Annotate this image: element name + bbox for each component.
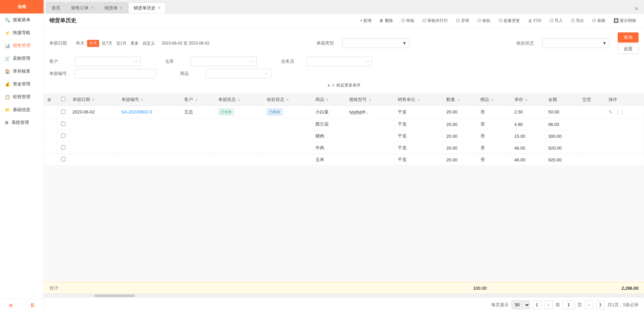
row-checkbox-2[interactable] — [61, 133, 65, 138]
col-goods[interactable]: 商品 ⇅ — [312, 94, 346, 106]
col-doc-status[interactable]: 单据状态 ⇅ — [215, 94, 263, 106]
customer-input[interactable] — [78, 57, 132, 66]
tab-sales-order[interactable]: 销售订单 ✕ — [66, 2, 99, 13]
col-transaction[interactable]: 交货 — [579, 94, 605, 106]
cell-customer-1 — [181, 119, 215, 130]
filter-settings-button[interactable]: 设置 — [618, 44, 639, 54]
cell-checkbox-4[interactable] — [57, 154, 69, 166]
col-checkbox[interactable] — [57, 94, 69, 106]
goods-dots[interactable]: ··· — [264, 71, 269, 77]
cell-checkbox-1[interactable] — [57, 119, 69, 130]
print-button[interactable]: 🖨 打印 — [525, 17, 544, 25]
more-icon[interactable]: ⋮⋮ — [615, 109, 625, 115]
doc-number-input[interactable] — [75, 69, 156, 78]
sidebar-item-sales-mgmt[interactable]: 📊 销售管理 — [0, 39, 44, 52]
export-button[interactable]: ◎ 导出 — [568, 17, 587, 25]
col-unit[interactable]: 销售单位 ⇅ — [394, 94, 443, 106]
cell-customer-2 — [181, 130, 215, 142]
shortcut-1month[interactable]: 近1月 — [115, 40, 128, 47]
sidebar-bottom-btn-right[interactable]: ⏸ — [29, 302, 35, 309]
batch-change-button[interactable]: ◎ 批量变更 — [496, 17, 523, 25]
review-button[interactable]: ◎ 审核 — [398, 17, 417, 25]
col-doc-number[interactable]: 单据编号 ⇅ — [118, 94, 180, 106]
row-checkbox-4[interactable] — [61, 157, 65, 161]
tab-sales-history-close[interactable]: ✕ — [158, 6, 161, 10]
refresh-button[interactable]: ◎ 刷新 — [589, 17, 608, 25]
shortcut-custom[interactable]: 自定义 — [141, 40, 156, 47]
collect-status-select[interactable]: ▼ — [542, 38, 610, 48]
collect-button[interactable]: ◎ 收款 — [475, 17, 493, 25]
horizontal-scrollbar[interactable] — [44, 294, 644, 297]
tab-sales-history[interactable]: 销货单历史 ✕ — [129, 2, 166, 13]
col-doc-date[interactable]: 单据日期 ⇅ — [69, 94, 118, 106]
sidebar-item-finance[interactable]: 💰 资金管理 — [0, 78, 44, 90]
tab-sales-goods-close[interactable]: ✕ — [120, 6, 123, 10]
salesperson-input[interactable] — [310, 57, 364, 66]
shortcut-7days[interactable]: 近7天 — [101, 40, 114, 47]
sidebar-label-basic-info: 基础信息 — [13, 107, 30, 113]
tab-home[interactable]: 首页 — [47, 2, 65, 13]
shortcut-yesterday[interactable]: 昨天 — [75, 40, 86, 47]
shortcut-more[interactable]: 更多 — [129, 40, 140, 47]
col-quantity[interactable]: 数量 ⇅ — [443, 94, 477, 106]
add-button[interactable]: + 新增 — [357, 17, 374, 25]
tab-sales-goods[interactable]: 销货单 ✕ — [100, 2, 128, 13]
cell-doc-number-3[interactable] — [118, 142, 180, 154]
close-window-btn[interactable]: ✕ — [634, 5, 639, 12]
warehouse-input[interactable] — [194, 57, 248, 66]
collapse-filter-btn[interactable]: ∧ ∧ 收起更多条件 — [49, 81, 639, 89]
col-settings[interactable]: ⚙ — [44, 94, 57, 106]
salesperson-dots[interactable]: ··· — [365, 58, 369, 64]
goods-input[interactable] — [209, 69, 263, 78]
sidebar-item-search-menu[interactable]: 🔍 搜索菜单 — [0, 14, 44, 26]
sidebar-item-system[interactable]: ⚙ 系统管理 — [0, 116, 44, 129]
cell-doc-number-0[interactable]: SA-20230602-0 — [118, 106, 180, 119]
cell-actions-1 — [605, 119, 644, 130]
review-print-button[interactable]: ◎ 审核并打印 — [420, 17, 450, 25]
sidebar-item-purchase-mgmt[interactable]: 🛒 采购管理 — [0, 52, 44, 65]
next-page-btn[interactable]: › — [585, 301, 593, 309]
sidebar-bottom-btn-left[interactable]: ☀ — [8, 302, 13, 309]
col-actions: 操作 — [605, 94, 644, 106]
col-gift[interactable]: 赠品 ⇅ — [477, 94, 511, 106]
cell-customer-3 — [181, 142, 215, 154]
row-checkbox-3[interactable] — [61, 145, 65, 150]
warehouse-dots[interactable]: ··· — [249, 58, 253, 64]
customer-dots[interactable]: ··· — [133, 58, 138, 64]
delete-button[interactable]: 🗑 删除 — [377, 17, 395, 25]
sidebar-item-quick-nav[interactable]: ⚡ 快捷导航 — [0, 26, 44, 39]
cell-doc-number-4[interactable] — [118, 154, 180, 166]
cell-checkbox-2[interactable] — [57, 130, 69, 142]
sidebar-item-operations[interactable]: 📋 经营管理 — [0, 90, 44, 103]
cell-doc-number-2[interactable] — [118, 130, 180, 142]
row-checkbox-1[interactable] — [61, 122, 65, 126]
show-detail-button[interactable]: 🔲 显示明细 — [611, 17, 639, 25]
col-spec[interactable]: 规格型号 ⇅ — [346, 94, 394, 106]
sidebar-item-basic-info[interactable]: 📁 基础信息 — [0, 103, 44, 116]
cell-doc-number-1[interactable] — [118, 119, 180, 130]
query-button[interactable]: 查询 — [618, 32, 639, 43]
doc-type-select[interactable]: ▼ — [342, 38, 410, 48]
per-page-select[interactable]: 50 100 200 — [511, 301, 530, 309]
edit-icon[interactable]: ✎ — [609, 109, 613, 115]
sort-quantity: ⇅ — [457, 98, 460, 102]
first-page-btn[interactable]: ⟪ — [533, 301, 541, 309]
cell-checkbox-0[interactable] — [57, 106, 69, 119]
shortcut-today[interactable]: 今天 — [87, 40, 99, 47]
abandon-button[interactable]: ◎ 弃审 — [453, 17, 472, 25]
cell-unit-price-3: 46.00 — [511, 142, 545, 154]
col-unit-price[interactable]: 单价 ⇅ — [511, 94, 545, 106]
row-checkbox-0[interactable] — [61, 109, 65, 114]
cell-checkbox-3[interactable] — [57, 142, 69, 154]
select-all-checkbox[interactable] — [61, 97, 65, 101]
tab-sales-order-close[interactable]: ✕ — [91, 6, 94, 10]
prev-page-btn[interactable]: ‹ — [544, 301, 553, 309]
col-customer[interactable]: 客户 ⇅ — [181, 94, 215, 106]
page-number-input[interactable]: 1 — [563, 301, 575, 309]
sidebar-item-inventory[interactable]: 🏠 库存核算 — [0, 65, 44, 78]
col-collect-status[interactable]: 收款状态 ⇅ — [263, 94, 312, 106]
scrollbar-thumb[interactable] — [94, 294, 135, 297]
last-page-btn[interactable]: ⟫ — [596, 301, 605, 309]
col-amount[interactable]: 金额 — [545, 94, 579, 106]
import-button[interactable]: ◎ 导入 — [547, 17, 565, 25]
